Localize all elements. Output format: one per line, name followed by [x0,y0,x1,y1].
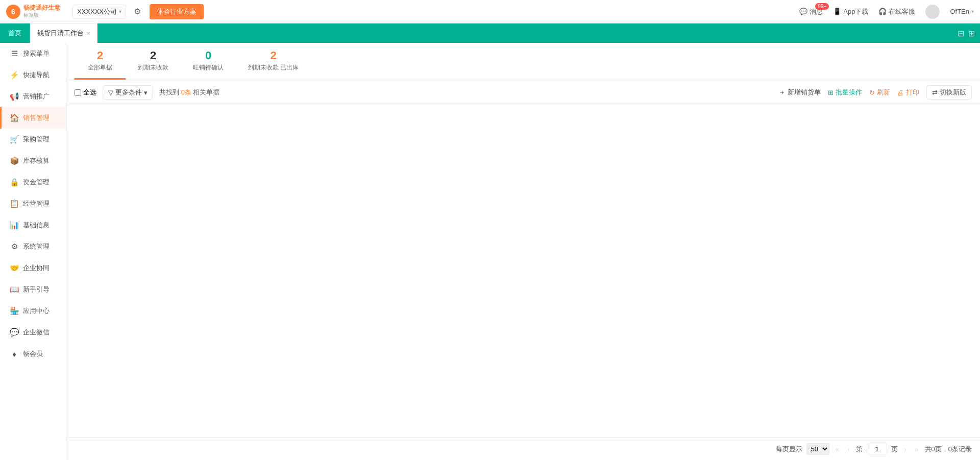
stat-tab-pending[interactable]: 0 旺铺待确认 [181,43,236,80]
new-sale-button[interactable]: ＋ 新增销货单 [779,88,821,97]
sidebar-label-sys-mgmt: 系统管理 [23,242,50,251]
refresh-icon: ↻ [869,89,875,96]
total-records-label: 共0页，0条记录 [925,445,972,454]
batch-ops-label: 批量操作 [836,88,862,97]
current-page-input[interactable] [867,444,887,454]
filter-label: 更多条件 [115,88,142,97]
sidebar-item-basic-info[interactable]: 📊 基础信息 [0,214,66,236]
next-page-button[interactable]: › [902,444,909,454]
page-suffix: 页 [891,445,898,454]
stat-count-all: 2 [87,49,113,62]
sidebar-item-inventory[interactable]: 📦 库存核算 [0,150,66,172]
basic-info-icon: 📊 [10,221,19,230]
sidebar-label-finance: 资金管理 [23,178,50,187]
main-layout: ☰ 搜索菜单 ⚡ 快捷导航 📢 营销推广 🏠 销售管理 🛒 采购管理 📦 库存核… [0,43,980,460]
sidebar-item-member[interactable]: ♦ 畅会员 [0,343,66,365]
tab-close-icon[interactable]: × [87,30,90,36]
maximize-icon[interactable]: ⊞ [968,29,975,38]
sidebar-item-sys-mgmt[interactable]: ⚙ 系统管理 [0,236,66,257]
prev-page-button[interactable]: ‹ [845,444,852,454]
stat-tab-overdue[interactable]: 2 到期未收款 [126,43,181,80]
stat-label-all: 全部单据 [87,63,113,72]
stat-tab-all[interactable]: 2 全部单据 [75,43,126,80]
sidebar-item-purchase[interactable]: 🛒 采购管理 [0,129,66,150]
result-text: 共找到 0条 相关单据 [159,88,219,97]
sidebar-item-search-menu[interactable]: ☰ 搜索菜单 [0,43,66,64]
active-tab-label: 钱货日清工作台 [37,29,84,38]
search-menu-icon: ☰ [10,49,19,58]
stat-label-unshipped: 到期未收款 已出库 [248,63,299,72]
sidebar-label-marketing: 营销推广 [23,92,50,101]
filter-button[interactable]: ▽ 更多条件 ▾ [103,85,153,100]
online-service-label: 在线客服 [889,7,915,16]
filter-icon: ▽ [108,89,113,96]
sidebar-label-purchase: 采购管理 [23,135,50,144]
sidebar-item-finance[interactable]: 🔒 资金管理 [0,172,66,193]
last-page-button[interactable]: » [913,444,921,454]
username-area[interactable]: OfTEn ▾ [950,8,974,15]
sales-icon: 🏠 [10,113,19,123]
batch-ops-icon: ⊞ [828,89,834,96]
select-all-input[interactable] [75,89,81,96]
tab-bar-controls: ⊟ ⊞ [958,29,980,38]
stat-count-pending: 0 [193,49,224,62]
purchase-icon: 🛒 [10,135,19,144]
chevron-down-icon: ▾ [119,9,121,14]
sidebar-item-ops[interactable]: 📋 经营管理 [0,193,66,214]
logo-icon: 6 [6,5,20,19]
chevron-down-user-icon: ▾ [971,9,974,14]
minimize-icon[interactable]: ⊟ [958,29,964,38]
wechat-work-icon: 💬 [10,328,19,337]
sidebar-label-wechat-work: 企业微信 [23,328,50,337]
message-icon: 💬 [799,8,807,15]
result-count: 0条 [181,88,191,96]
inventory-icon: 📦 [10,156,19,165]
sidebar-item-quick-nav[interactable]: ⚡ 快捷导航 [0,64,66,86]
sidebar-label-sales: 销售管理 [23,113,50,123]
sidebar-label-member: 畅会员 [23,349,43,358]
page-label: 第 [856,445,863,454]
company-name: XXXXXX公司 [77,7,117,16]
refresh-label: 刷新 [877,88,890,97]
guide-icon: 📖 [10,285,19,294]
refresh-button[interactable]: ↻ 刷新 [869,88,890,97]
per-page-label: 每页显示 [776,445,802,454]
sidebar-label-quick-nav: 快捷导航 [23,70,50,80]
tab-active-workbench[interactable]: 钱货日清工作台 × [30,23,97,43]
filter-chevron-icon: ▾ [144,89,148,96]
company-selector[interactable]: XXXXXX公司 ▾ [72,5,126,19]
sidebar-item-marketing[interactable]: 📢 营销推广 [0,86,66,107]
settings-button[interactable]: ⚙ [130,5,144,19]
sidebar-item-guide[interactable]: 📖 新手引导 [0,279,66,300]
avatar-button[interactable] [925,5,940,19]
trial-button[interactable]: 体验行业方案 [150,4,204,19]
message-button[interactable]: 💬 消息 99+ [799,7,823,16]
print-icon: 🖨 [897,89,904,96]
app-center-icon: 🏪 [10,306,19,316]
new-sale-label: 新增销货单 [788,88,821,97]
sidebar-item-app-center[interactable]: 🏪 应用中心 [0,300,66,322]
avatar [925,5,940,19]
select-all-checkbox[interactable]: 全选 [75,88,96,97]
batch-ops-button[interactable]: ⊞ 批量操作 [828,88,862,97]
content-area: 2 全部单据 2 到期未收款 0 旺铺待确认 2 到期未收款 已出库 [66,43,980,460]
tab-home[interactable]: 首页 [0,23,30,43]
per-page-select[interactable]: 50 [806,443,829,455]
switch-button[interactable]: ⇄ 切换新版 [926,85,972,100]
print-button[interactable]: 🖨 打印 [897,88,919,97]
app-download-button[interactable]: 📱 App下载 [833,7,868,16]
top-header: 6 畅捷通好生意 标准版 XXXXXX公司 ▾ ⚙ 体验行业方案 💬 消息 99… [0,0,980,23]
sidebar-item-sales[interactable]: 🏠 销售管理 [0,107,66,129]
logo-text: 畅捷通好生意 标准版 [23,4,60,19]
first-page-button[interactable]: « [834,444,842,454]
sidebar-item-wechat-work[interactable]: 💬 企业微信 [0,322,66,343]
tab-bar: 首页 钱货日清工作台 × ⊟ ⊞ [0,23,980,43]
online-service-button[interactable]: 🎧 在线客服 [878,7,915,16]
sidebar-label-app-center: 应用中心 [23,306,50,316]
sys-mgmt-icon: ⚙ [10,242,19,251]
table-area [66,105,980,438]
stat-tab-unshipped[interactable]: 2 到期未收款 已出库 [236,43,311,80]
sidebar-label-guide: 新手引导 [23,285,50,294]
app-download-label: App下载 [843,7,868,16]
sidebar-item-enterprise[interactable]: 🤝 企业协同 [0,257,66,279]
